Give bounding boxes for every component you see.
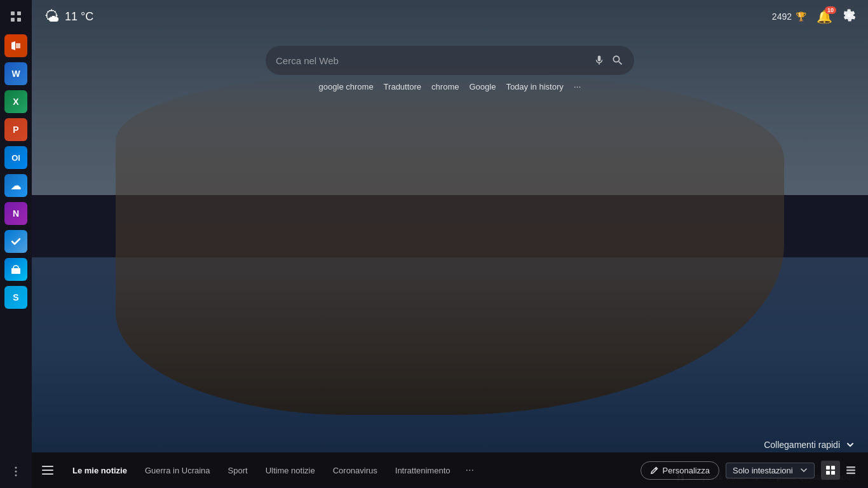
svg-rect-3: [17, 18, 21, 22]
svg-rect-11: [831, 466, 835, 470]
suggestion-traduttore[interactable]: Traduttore: [384, 82, 422, 92]
svg-rect-14: [846, 466, 855, 468]
sidebar-item-outlook[interactable]: Ol: [4, 146, 27, 169]
tab-latest-news[interactable]: Ultime notizie: [258, 462, 323, 479]
sidebar-item-onedrive[interactable]: ☁: [4, 174, 27, 197]
sidebar-item-skype[interactable]: S: [4, 286, 27, 309]
svg-rect-16: [846, 473, 855, 475]
quick-links-button[interactable]: Collegamenti rapidi: [764, 440, 855, 450]
view-select-label: Solo intestazioni: [733, 466, 793, 475]
content-area: Collegamenti rapidi Sospendi video Ti pi…: [32, 98, 868, 488]
svg-point-5: [15, 467, 17, 469]
svg-rect-15: [846, 470, 855, 471]
notifications-button[interactable]: 🔔 10: [817, 9, 832, 24]
tab-coronavirus[interactable]: Coronavirus: [325, 462, 385, 479]
sidebar-more-button[interactable]: [4, 460, 27, 483]
sidebar-item-excel[interactable]: X: [4, 90, 27, 113]
points-display[interactable]: 2492 🏆: [772, 11, 806, 22]
view-select-dropdown[interactable]: Solo intestazioni: [726, 463, 815, 478]
trophy-icon: 🏆: [796, 11, 806, 22]
tab-sport[interactable]: Sport: [220, 462, 255, 479]
sidebar-item-onenote[interactable]: N: [4, 202, 27, 225]
sidebar-item-word[interactable]: W: [4, 62, 27, 85]
points-value: 2492: [772, 11, 792, 22]
grid-view-button[interactable]: [821, 461, 840, 480]
sidebar-item-office[interactable]: [4, 34, 27, 57]
news-tabs: Le mie notizie Guerra in Ucraina Sport U…: [65, 461, 635, 480]
svg-rect-4: [11, 268, 20, 274]
quick-links-label: Collegamenti rapidi: [764, 440, 840, 450]
search-area: google chrome Traduttore chrome Google T…: [32, 33, 868, 98]
notification-badge: 10: [825, 6, 836, 14]
sidebar-item-todo[interactable]: [4, 230, 27, 253]
topbar-right: 2492 🏆 🔔 10: [772, 9, 855, 25]
tabs-more-button[interactable]: ···: [461, 461, 479, 480]
weather-temperature: 11 °C: [65, 10, 93, 24]
search-button[interactable]: [611, 54, 624, 67]
svg-point-6: [15, 471, 17, 473]
svg-rect-0: [11, 11, 15, 15]
microphone-button[interactable]: [593, 55, 605, 66]
weather-widget[interactable]: 🌤 11 °C: [44, 8, 93, 25]
bottom-actions: Personalizza Solo intestazioni: [641, 461, 860, 480]
search-suggestions: google chrome Traduttore chrome Google T…: [319, 81, 581, 92]
svg-rect-1: [17, 11, 21, 15]
tab-entertainment[interactable]: Intrattenimento: [388, 462, 458, 479]
bottom-bar: Le mie notizie Guerra in Ucraina Sport U…: [32, 452, 868, 488]
sidebar: W X P Ol ☁ N S: [0, 0, 32, 488]
search-box: [266, 46, 634, 75]
search-input[interactable]: [276, 55, 587, 66]
suggestion-today-in-history[interactable]: Today in history: [506, 82, 563, 92]
personalize-label: Personalizza: [663, 466, 710, 475]
tab-my-news[interactable]: Le mie notizie: [65, 462, 135, 479]
topbar: 🌤 11 °C 2492 🏆 🔔 10: [32, 0, 868, 33]
svg-rect-10: [826, 466, 830, 470]
main-content: 🌤 11 °C 2492 🏆 🔔 10: [32, 0, 868, 488]
sidebar-item-store[interactable]: [4, 258, 27, 281]
svg-point-7: [15, 475, 17, 477]
view-icons: [821, 461, 860, 480]
suggestion-google-chrome[interactable]: google chrome: [319, 82, 374, 92]
suggestions-more-button[interactable]: ···: [574, 81, 581, 92]
svg-rect-13: [831, 471, 835, 475]
tab-war-ukraine[interactable]: Guerra in Ucraina: [137, 462, 218, 479]
svg-rect-12: [826, 471, 830, 475]
sidebar-item-powerpoint[interactable]: P: [4, 118, 27, 141]
list-view-button[interactable]: [841, 461, 860, 480]
hamburger-menu-button[interactable]: [39, 460, 60, 480]
apps-grid-button[interactable]: [4, 5, 27, 28]
suggestion-google[interactable]: Google: [469, 82, 496, 92]
personalize-button[interactable]: Personalizza: [641, 461, 719, 480]
weather-icon: 🌤: [44, 8, 60, 25]
settings-button[interactable]: [843, 9, 855, 25]
suggestion-chrome[interactable]: chrome: [431, 82, 459, 92]
svg-rect-2: [11, 18, 15, 22]
quick-links-bar: Collegamenti rapidi: [764, 440, 855, 450]
